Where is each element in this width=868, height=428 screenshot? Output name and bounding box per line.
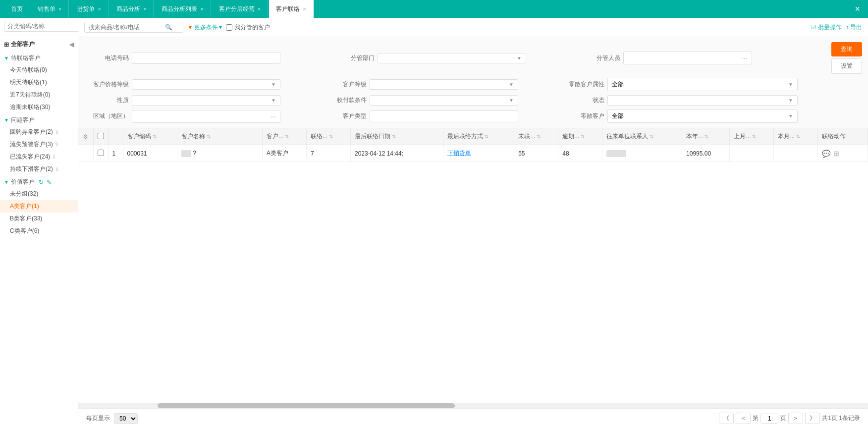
filter-bar: 🔍 ▼ 更多条件 ▾ 我分管的客户 ☑ 批量操作 ↑ 导出 [78,18,868,37]
sidebar-item-type-c[interactable]: C类客户(6) [0,225,78,237]
sort-icon-overdue[interactable]: ⇅ [581,134,585,139]
row-last-contact-method[interactable]: 下销货单 [443,145,514,162]
nature-select[interactable]: ▼ [132,95,280,106]
sidebar-search-input[interactable] [4,21,78,32]
manager-dots-icon[interactable]: ··· [742,54,748,62]
total-label: 共1页 1条记录 [822,414,860,423]
sort-icon-not-contacted[interactable]: ⇅ [537,134,541,139]
main-search-box: 🔍 [84,22,183,33]
sort-icon-code[interactable]: ⇅ [153,134,157,139]
unit-contact-placeholder [606,150,626,157]
retail-attr-arrow-icon: ▼ [788,82,793,87]
sidebar-item-type-b[interactable]: B类客户(33) [0,213,78,225]
grid-icon-action[interactable]: ⊞ [833,150,839,158]
customer-type-input[interactable] [370,110,518,122]
setting-button[interactable]: 设置 [831,58,862,74]
batch-icon: ☑ [811,24,816,31]
sidebar-item-declining[interactable]: 持续下滑客户(2) ℹ [0,163,78,175]
retail-attr-select[interactable]: 全部 ▼ [607,78,798,91]
my-customers-checkbox[interactable] [226,24,232,31]
row-checkbox-cell [93,145,108,162]
sidebar-item-churned[interactable]: 已流失客户(24) ℹ [0,151,78,163]
nature-label: 性质 [84,96,129,105]
sidebar-item-today-pending[interactable]: 今天待联络(0) [0,64,78,76]
sort-icon-this-month[interactable]: ⇅ [796,134,800,139]
nav-tab-customer-contact[interactable]: 客户联络 × [269,0,313,18]
horizontal-scrollbar[interactable] [78,403,868,408]
prev-page-button[interactable]: ＜ [736,413,751,424]
first-page-button[interactable]: 《 [719,413,734,424]
manager-select[interactable]: ··· [623,52,752,64]
sort-icon-this-year[interactable]: ⇅ [705,134,708,139]
th-code-label: 客户编码 [127,132,151,141]
sort-icon-contact[interactable]: ⇅ [329,134,333,139]
region-dots-icon[interactable]: ··· [270,112,276,120]
row-checkbox[interactable] [98,150,104,156]
sidebar-all-customers[interactable]: ⊞ 全部客户 ◀ [0,37,78,52]
th-gear[interactable]: ⚙ [78,128,93,145]
filter-field-status: 状态 ▼ [560,95,798,106]
edit-icon[interactable]: ✎ [47,179,52,186]
nav-tab-customer-segment[interactable]: 客户分层经营 × [212,0,268,18]
nav-tab-sales[interactable]: 销售单 × [31,0,69,18]
phone-input[interactable] [132,52,280,64]
batch-ops-button[interactable]: ☑ 批量操作 [811,23,842,32]
region-label: 区域（地区） [84,112,129,120]
scrollbar-thumb[interactable] [158,403,455,408]
payment-select[interactable]: ▼ [370,95,518,106]
row-this-year: 10995.00 [682,145,730,162]
price-level-select[interactable]: ▼ [132,79,280,90]
message-icon[interactable]: 💬 [822,150,830,158]
query-button[interactable]: 查询 [831,42,862,56]
nav-tab-home[interactable]: 首页 [4,0,30,18]
sidebar-item-ungrouped[interactable]: 未分组(32) [0,188,78,200]
nav-tab-goods-analysis[interactable]: 商品分析 × [109,0,154,18]
export-button[interactable]: ↑ 导出 [846,23,862,32]
sidebar-item-overdue-contact[interactable]: 逾期未联络(30) [0,101,78,113]
purchase-tab-close[interactable]: × [98,6,101,12]
sort-icon-method[interactable]: ⇅ [485,134,488,139]
nav-tab-goods-list[interactable]: 商品分析列表 × [155,0,211,18]
sort-icon-last-month[interactable]: ⇅ [752,134,756,139]
region-select[interactable]: ··· [132,110,280,123]
customer-segment-tab-close[interactable]: × [258,6,261,12]
sales-tab-close[interactable]: × [58,6,61,12]
window-close-button[interactable]: × [851,4,864,14]
status-select[interactable]: ▼ [607,95,798,106]
next-page-button[interactable]: ＞ [788,413,803,424]
nav-tab-purchase[interactable]: 进货单 × [70,0,108,18]
sidebar-section-value: ▼ 价值客户 ↻ ✎ [0,175,78,188]
page-number-input[interactable] [760,414,778,424]
select-all-checkbox[interactable] [98,133,104,139]
filter-field-customer-level: 客户等级 ▼ [322,79,560,90]
main-search-icon[interactable]: 🔍 [165,24,172,31]
last-page-button[interactable]: 》 [805,413,820,424]
retail-customer-select[interactable]: 全部 ▼ [607,109,798,123]
sort-icon-name[interactable]: ⇅ [207,134,211,139]
sidebar-item-7days-pending[interactable]: 近7天待联络(0) [0,89,78,101]
customer-type-label: 客户类型 [322,112,367,120]
collapse-icon[interactable]: ◀ [69,41,74,48]
row-last-month [730,145,774,162]
customer-level-select[interactable]: ▼ [370,79,518,90]
main-search-input[interactable] [89,24,163,31]
sort-icon-date[interactable]: ⇅ [392,134,396,139]
th-this-month: 本月... ⇅ [774,128,818,145]
sidebar-item-churn-warning[interactable]: 流失预警客户(3) ℹ [0,138,78,151]
main-layout: 🔍 ⊞ 全部客户 ◀ ▼ 待联络客户 今天待联络(0) 明天待联络(1) 近7天… [0,18,868,428]
more-conditions-button[interactable]: ▼ 更多条件 ▾ [187,23,222,32]
refresh-icon[interactable]: ↻ [39,179,44,186]
last-contact-method-link[interactable]: 下销货单 [447,150,471,157]
goods-list-tab-close[interactable]: × [200,6,203,12]
sort-icon-unit-contact[interactable]: ⇅ [650,134,653,139]
th-last-contact-date: 最后联络日期 ⇅ [350,128,443,145]
customer-segment-tab-label: 客户分层经营 [219,5,255,13]
sidebar-item-type-a[interactable]: A类客户(1) [0,200,78,213]
page-size-select[interactable]: 50 [114,413,138,424]
customer-contact-tab-close[interactable]: × [303,6,306,12]
sidebar-item-repurchase-abnormal[interactable]: 回购异常客户(2) ℹ [0,126,78,138]
sidebar-item-tomorrow-pending[interactable]: 明天待联络(1) [0,76,78,89]
sort-icon-type[interactable]: ⇅ [285,134,289,139]
dept-select[interactable]: ▼ [378,53,526,63]
goods-analysis-tab-close[interactable]: × [143,6,146,12]
